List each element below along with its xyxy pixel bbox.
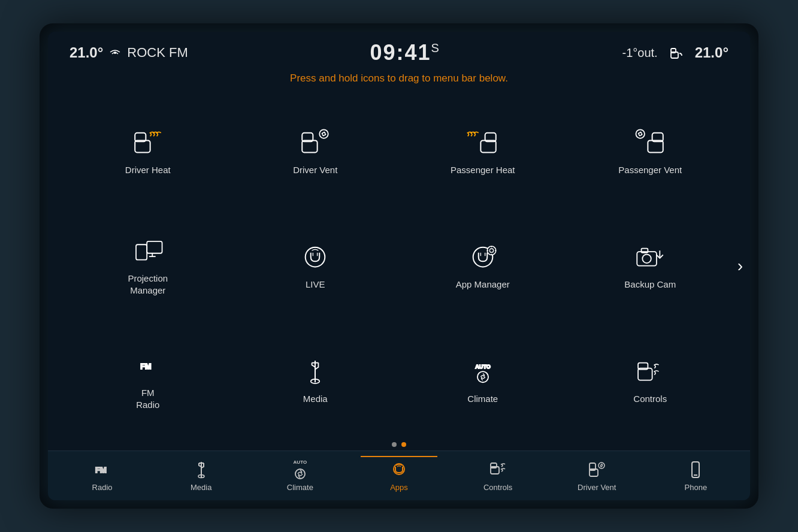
grid-row-1: Driver Heat: [66, 96, 732, 206]
right-temp: 21.0°: [695, 44, 729, 61]
nav-climate[interactable]: AUTO Climate: [252, 456, 348, 494]
driver-heat-label: Driver Heat: [125, 164, 171, 176]
nav-controls-label: Controls: [483, 483, 512, 492]
phone-nav-icon: [685, 460, 706, 480]
fm-radio-icon: FM: [129, 350, 167, 382]
svg-rect-8: [480, 140, 495, 152]
nav-driver-vent-label: Driver Vent: [578, 483, 616, 492]
passenger-heat-item[interactable]: Passenger Heat: [401, 96, 565, 206]
fm-radio-label: FMRadio: [136, 387, 159, 410]
nav-radio[interactable]: FM Radio: [54, 456, 150, 494]
wifi-icon: [109, 47, 121, 59]
status-bar: 21.0° ROCK FM 09:41S -1°out.: [48, 32, 750, 70]
driver-heat-item[interactable]: Driver Heat: [66, 96, 230, 206]
controls-nav-icon: [487, 460, 509, 480]
live-icon: [296, 241, 334, 274]
nav-driver-vent[interactable]: Driver Vent: [549, 456, 645, 494]
nav-media[interactable]: Media: [153, 456, 249, 494]
radio-name: ROCK FM: [127, 45, 188, 61]
svg-rect-14: [147, 241, 162, 253]
svg-point-12: [636, 129, 645, 138]
backup-cam-icon: [631, 241, 669, 274]
svg-point-23: [487, 246, 496, 255]
hint-bar: Press and hold icons to drag to menu bar…: [48, 70, 750, 90]
time-display: 09:41S: [370, 40, 440, 65]
svg-point-49: [598, 463, 604, 468]
media-item[interactable]: Media: [234, 325, 398, 435]
driver-vent-label: Driver Vent: [293, 164, 337, 176]
app-manager-item[interactable]: App Manager: [401, 211, 565, 321]
svg-point-7: [320, 129, 329, 138]
svg-point-37: [477, 371, 488, 382]
climate-nav-icon: AUTO: [289, 460, 311, 480]
climate-label: Climate: [467, 393, 498, 405]
next-page-arrow[interactable]: ›: [737, 256, 743, 276]
nav-radio-label: Radio: [92, 483, 113, 492]
driver-vent-item[interactable]: Driver Vent: [234, 96, 398, 206]
media-nav-icon: [191, 460, 212, 480]
svg-rect-29: [637, 252, 657, 266]
passenger-heat-icon: [464, 127, 502, 159]
climate-item[interactable]: AUTO Climate: [401, 325, 565, 435]
dot-1: [392, 442, 397, 447]
media-label: Media: [303, 393, 328, 405]
live-label: LIVE: [306, 279, 325, 291]
svg-text:FM: FM: [140, 362, 151, 371]
passenger-vent-icon: [631, 127, 669, 159]
dot-2: [401, 442, 406, 447]
backup-cam-item[interactable]: Backup Cam: [569, 211, 733, 321]
bottom-nav: FM Radio Media: [48, 451, 750, 500]
backup-cam-label: Backup Cam: [624, 279, 676, 291]
svg-rect-5: [303, 140, 318, 152]
grid-row-3: FM FMRadio: [66, 325, 732, 435]
svg-rect-38: [638, 368, 652, 380]
climate-icon: AUTO: [464, 356, 502, 388]
main-content: Driver Heat: [48, 90, 750, 439]
status-right: -1°out. 21.0°: [622, 44, 729, 61]
app-manager-icon: [464, 241, 502, 274]
svg-rect-10: [648, 140, 663, 152]
svg-text:AUTO: AUTO: [475, 363, 490, 369]
passenger-vent-item[interactable]: Passenger Vent: [569, 96, 733, 206]
media-icon: [296, 356, 334, 388]
nav-apps-label: Apps: [390, 483, 408, 492]
passenger-heat-label: Passenger Heat: [451, 164, 515, 176]
projection-manager-item[interactable]: ProjectionManager: [66, 211, 230, 321]
svg-point-30: [643, 254, 652, 263]
driver-heat-icon: [129, 127, 167, 159]
live-item[interactable]: LIVE: [234, 211, 398, 321]
projection-manager-label: ProjectionManager: [128, 273, 168, 296]
left-temp: 21.0°: [69, 44, 103, 61]
svg-rect-13: [136, 244, 147, 259]
app-manager-label: App Manager: [456, 279, 510, 291]
nav-phone-label: Phone: [685, 483, 708, 492]
nav-media-label: Media: [191, 483, 211, 492]
nav-climate-label: Climate: [287, 483, 313, 492]
outer-frame: 21.0° ROCK FM 09:41S -1°out.: [40, 23, 758, 509]
nav-controls[interactable]: Controls: [450, 456, 546, 494]
svg-rect-3: [135, 140, 150, 152]
controls-icon: [631, 356, 669, 388]
screen: 21.0° ROCK FM 09:41S -1°out.: [48, 32, 750, 500]
apps-nav-icon: [388, 460, 410, 480]
radio-nav-icon: FM: [92, 460, 113, 480]
controls-label: Controls: [633, 393, 667, 405]
driver-vent-icon: [296, 127, 334, 159]
projection-icon: [129, 235, 167, 268]
grid-row-2: ProjectionManager: [66, 211, 732, 321]
status-left: 21.0° ROCK FM: [69, 44, 188, 61]
svg-point-17: [306, 247, 325, 267]
controls-item[interactable]: Controls: [569, 325, 733, 435]
svg-text:FM: FM: [95, 466, 107, 474]
fm-radio-item[interactable]: FM FMRadio: [66, 325, 230, 435]
nav-phone[interactable]: Phone: [648, 456, 744, 494]
passenger-vent-label: Passenger Vent: [618, 164, 682, 176]
driver-vent-nav-icon: [586, 460, 607, 480]
page-dots: [48, 439, 750, 451]
nav-apps[interactable]: Apps: [350, 456, 447, 494]
seat-status-icon: [669, 45, 684, 61]
